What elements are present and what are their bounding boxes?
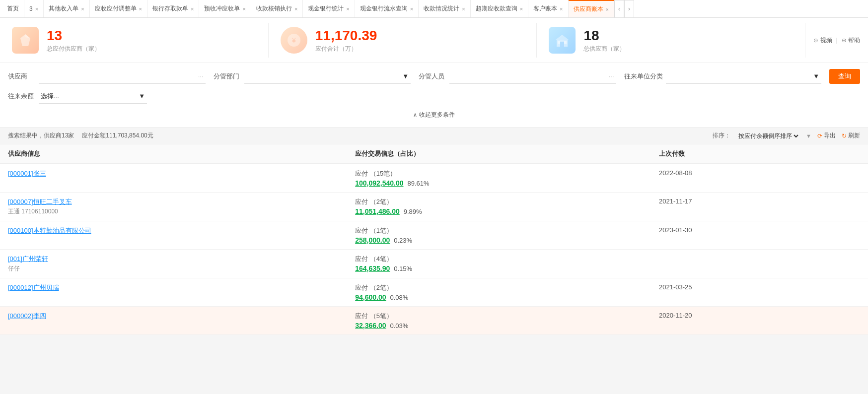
stats-row: 13 总应付供应商（家） ¥ 11,170.39 应付合计（万） [0,18,868,63]
video-link[interactable]: ⊙ 视频 [813,36,832,45]
amount-text: 应付金额111,703,854.00元 [82,131,153,140]
supplier-label: 供应商 [8,72,36,81]
supplier-dots[interactable]: ··· [198,72,204,80]
category-arrow-icon: ▼ [813,72,819,80]
nav-tab-advance[interactable]: 预收冲应收单 × [199,0,251,18]
col-last-pay: 上次付数 [651,144,868,164]
col-trade-info: 应付交易信息（占比） [347,144,651,164]
nav-tab-customer-ledger[interactable]: 客户账本 × [528,0,568,18]
refresh-button[interactable]: ↻ 刷新 [842,131,860,140]
nav-arrow-right[interactable]: › [624,0,634,18]
sort-label: 排序： [713,131,730,140]
close-tab-adjustment[interactable]: × [139,6,142,12]
nav-tab-bank[interactable]: 银行存取款单 × [147,0,199,18]
svg-rect-8 [564,41,567,44]
collapse-button[interactable]: 收起更多条件 [407,109,461,121]
nav-arrow-left[interactable]: ‹ [614,0,624,18]
query-button[interactable]: 查询 [829,69,860,84]
close-tab-payment-stats[interactable]: × [462,6,465,12]
export-button[interactable]: ⟳ 导出 [817,131,836,140]
trade-percent: 89.61% [404,180,430,187]
nav-tab-3[interactable]: 3 × [24,0,44,18]
supplier-info-cell: [000007]恒旺二手叉车王通 17106110000 [0,193,347,221]
supplier-count-text: 搜索结果中，供应商13家 [8,131,74,140]
filter-person: 分管人员 ··· [419,69,616,84]
table-row: [000002]李四应付 （5笔）32,366.000.03%2020-11-2… [0,307,868,335]
close-tab-customer-ledger[interactable]: × [560,6,563,12]
stat-payable-suppliers: 13 总应付供应商（家） [0,23,269,58]
supplier-link[interactable]: [000001]张三 [8,170,46,177]
last-pay-cell: 2022-08-08 [651,164,868,193]
close-tab-collection[interactable]: × [294,6,297,12]
nav-tab-supplier-ledger[interactable]: 供应商账本 × [569,0,614,18]
nav-tab-other-income[interactable]: 其他收入单 × [44,0,89,18]
trade-amount[interactable]: 100,092,540.00 [355,179,403,187]
supplier-link[interactable]: [000100]本特勤油品有限公司 [8,227,91,234]
balance-label: 往来余额 [8,92,36,101]
trade-amount[interactable]: 11,051,486.00 [355,207,400,215]
nav-tab-collection[interactable]: 收款核销执行 × [251,0,303,18]
last-pay-cell: 2021-03-25 [651,278,868,307]
nav-tab-cash-flow[interactable]: 现金银行流水查询 × [355,0,419,18]
filter-supplier: 供应商 ··· [8,69,206,84]
sort-arrow-icon: ▼ [806,133,811,139]
nav-tab-home[interactable]: 首页 [2,0,24,18]
close-tab-advance[interactable]: × [242,6,245,12]
table-row: [000012]广州贝瑞应付 （2笔）94,600.000.08%2021-03… [0,278,868,307]
last-pay-cell: 2021-11-17 [651,193,868,221]
person-input[interactable] [451,72,609,80]
close-tab-supplier-ledger[interactable]: × [606,6,609,12]
dept-select-wrap: ▼ [244,69,411,84]
nav-tab-cash-stats[interactable]: 现金银行统计 × [303,0,355,18]
close-tab-overdue[interactable]: × [520,6,523,12]
person-dots[interactable]: ··· [609,72,614,80]
supplier-link[interactable]: [000007]恒旺二手叉车 [8,198,72,205]
filter-category: 往来单位分类 ▼ [624,69,822,84]
supplier-info-cell: [000100]本特勤油品有限公司 [0,221,347,250]
help-link[interactable]: ⊙ 帮助 [842,36,860,45]
table-row: [001]广州荣轩仔仔应付 （4笔）164,635.900.15% [0,250,868,278]
trade-amount[interactable]: 32,366.00 [355,322,386,329]
balance-select[interactable]: 选择... [41,92,139,100]
trade-amount[interactable]: 258,000.00 [355,236,390,244]
close-tab-3[interactable]: × [35,6,38,12]
supplier-link[interactable]: [001]广州荣轩 [8,255,48,263]
trade-info-cell: 应付 （2笔）11,051,486.009.89% [347,193,651,221]
supplier-input[interactable] [41,72,198,80]
filter-dept: 分管部门 ▼ [214,69,411,84]
person-input-wrap: ··· [449,69,616,84]
top-right-links: ⊙ 视频 | ⊙ 帮助 [805,36,868,45]
top-navigation: 首页 3 × 其他收入单 × 应收应付调整单 × 银行存取款单 × 预收冲应收单… [0,0,868,18]
balance-arrow-icon: ▼ [139,92,145,100]
category-select[interactable] [668,72,813,80]
sort-select[interactable]: 按应付余额倒序排序 [736,132,800,140]
close-tab-other-income[interactable]: × [81,6,84,12]
trade-percent: 0.08% [386,294,408,301]
nav-tab-overdue[interactable]: 超期应收款查询 × [471,0,528,18]
close-tab-bank[interactable]: × [191,6,194,12]
payable-total-label: 应付合计（万） [315,45,377,53]
filter-section: 供应商 ··· 分管部门 ▼ 分管人员 ··· [0,63,868,128]
last-pay-cell: 2023-01-30 [651,221,868,250]
total-suppliers-number: 18 [583,27,625,44]
last-pay-date: 2023-01-30 [659,226,692,234]
table-header-row: 供应商信息 应付交易信息（占比） 上次付数 [0,144,868,164]
supplier-link[interactable]: [000002]李四 [8,312,46,320]
filter-row-1: 供应商 ··· 分管部门 ▼ 分管人员 ··· [8,69,860,84]
trade-amount[interactable]: 94,600.00 [355,293,386,301]
dept-select[interactable] [246,72,403,80]
supplier-info-cell: [000012]广州贝瑞 [0,278,347,307]
col-supplier-info: 供应商信息 [0,144,347,164]
last-pay-date: 2020-11-20 [659,312,692,319]
nav-tab-adjustment[interactable]: 应收应付调整单 × [90,0,147,18]
filter-row-2: 往来余额 选择... ▼ [8,89,860,104]
balance-select-wrap: 选择... ▼ [39,89,147,104]
export-icon: ⟳ [817,132,822,139]
close-tab-cash-stats[interactable]: × [346,6,349,12]
dept-label: 分管部门 [214,72,241,81]
nav-tab-payment-stats[interactable]: 收款情况统计 × [419,0,470,18]
close-tab-cash-flow[interactable]: × [410,6,413,12]
coin-icon: ¥ [281,27,307,54]
supplier-link[interactable]: [000012]广州贝瑞 [8,284,59,291]
trade-amount[interactable]: 164,635.90 [355,264,390,272]
